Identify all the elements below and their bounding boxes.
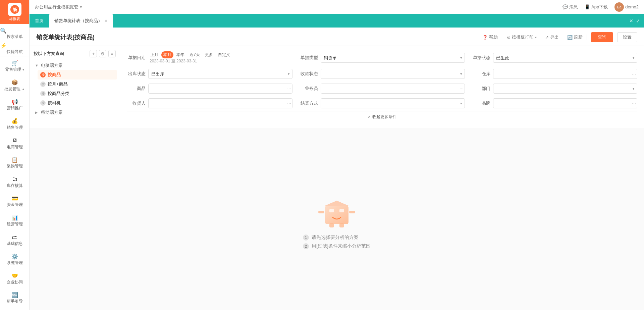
topbar: 办公用品行业模拟账套 ▾ 💬 消息 📱 App下载 Ea demo2: [30, 0, 644, 14]
sidebar-item-apps[interactable]: 🔲 应用中心: [0, 308, 29, 310]
tree-child-by-category[interactable]: 按 按商品分类: [38, 89, 117, 98]
filter-payment-status-select[interactable]: [321, 69, 465, 79]
tree-desktop[interactable]: ▼ 电脑端方案: [32, 61, 117, 70]
inventory-icon: 🗂: [11, 176, 18, 183]
operations-icon: 📊: [11, 214, 18, 221]
collapse-panel-button[interactable]: «: [108, 50, 116, 57]
date-tag-more[interactable]: 更多: [203, 51, 215, 58]
tab-home[interactable]: 首页: [30, 14, 49, 28]
filter-payment-method-select[interactable]: [321, 98, 465, 108]
filter-department-select[interactable]: [493, 84, 637, 94]
filter-recipient-field: 收货人 ···: [127, 98, 292, 108]
filter-date-label: 单据日期: [127, 55, 146, 61]
warehouse-dots-icon[interactable]: ···: [632, 71, 636, 76]
tab-close-icon[interactable]: ✕: [104, 18, 108, 23]
procurement-icon: 📋: [11, 156, 18, 163]
topbar-dropdown-icon[interactable]: ▾: [80, 4, 82, 9]
tree-child-by-driver[interactable]: 按 按司机: [38, 98, 117, 108]
filter-warehouse-status-select[interactable]: 已出库: [148, 69, 292, 79]
filter-left-title: 按以下方案查询: [34, 51, 64, 57]
sidebar-item-inventory[interactable]: 🗂 库存核算: [0, 172, 29, 192]
refresh-button[interactable]: 🔄 刷新: [567, 34, 583, 40]
settings-scheme-button[interactable]: ⚙: [99, 50, 106, 57]
sidebar-item-procurement[interactable]: 📋 采购管理: [0, 153, 29, 172]
help-button[interactable]: ❓ 帮助: [482, 34, 498, 40]
sidebar-item-system[interactable]: ⚙️ 系统管理: [0, 250, 29, 269]
product-dots-icon[interactable]: ···: [287, 86, 291, 91]
topbar-message[interactable]: 💬 消息: [562, 4, 578, 10]
date-tag-this-month[interactable]: 本月: [161, 51, 173, 58]
tab-sales-stats[interactable]: 销货单统计表（按商品） ✕: [49, 14, 113, 28]
app-download-label: App下载: [591, 4, 608, 10]
tree-mobile[interactable]: ▶ 移动端方案: [32, 108, 117, 117]
sidebar-item-basics[interactable]: 🗃 基础信息: [0, 230, 29, 250]
tree-child-by-product-label: 按商品: [48, 72, 61, 78]
filter-brand-control: ···: [493, 98, 637, 108]
sidebar-item-ecommerce[interactable]: 🖥 电商管理: [0, 134, 29, 153]
empty-illustration: [317, 189, 357, 229]
page-header: 销货单统计表(按商品) ❓ 帮助 🖨 按模板打印 ▾ ↗ 导出: [30, 28, 644, 46]
filter-brand-label: 品牌: [472, 100, 490, 106]
help-label: 帮助: [489, 34, 498, 40]
filter-payment-status-control: [321, 69, 465, 79]
sidebar-quick-nav-label: 快捷导航: [0, 49, 29, 55]
divider-3: [563, 35, 563, 40]
content-area: 销货单统计表(按商品) ❓ 帮助 🖨 按模板打印 ▾ ↗ 导出: [30, 28, 644, 310]
export-icon: ↗: [545, 35, 549, 40]
help-icon: ❓: [482, 35, 488, 40]
filter-doc-status-select[interactable]: 已生效: [493, 53, 637, 63]
logo-area[interactable]: 畅 标报表: [0, 0, 29, 24]
add-scheme-button[interactable]: ＋: [90, 50, 97, 57]
svg-rect-2: [325, 206, 348, 224]
filter-brand-input[interactable]: [493, 98, 637, 108]
tree-child-by-month-product[interactable]: 按 按月+商品: [38, 80, 117, 89]
filter-payment-status-label: 收款状态: [299, 71, 318, 77]
filter-doc-type-select[interactable]: 销货单: [321, 53, 465, 63]
topbar-app-download[interactable]: 📱 App下载: [585, 4, 608, 10]
filter-warehouse-status-field: 出库状态 已出库: [127, 69, 292, 79]
tab-close-window-icon[interactable]: ✕: [629, 18, 633, 23]
salesperson-dots-icon[interactable]: ···: [460, 86, 464, 91]
brand-dots-icon[interactable]: ···: [632, 101, 636, 106]
print-button[interactable]: 🖨 按模板打印 ▾: [506, 34, 537, 40]
sidebar-item-marketing[interactable]: 📢 营销推广: [0, 95, 29, 114]
search-icon: 🔍: [0, 27, 7, 34]
sidebar-item-sales[interactable]: 💰 销售管理: [0, 114, 29, 134]
sidebar-item-retail[interactable]: 🛒 零售管理 ▾: [0, 56, 29, 76]
sidebar-item-wholesale[interactable]: 📦 批发管理 ▲: [0, 76, 29, 95]
date-tag-last-month[interactable]: 上月: [148, 51, 160, 58]
filter-brand-field: 品牌 ···: [472, 98, 637, 108]
filter-recipient-input[interactable]: [148, 98, 292, 108]
sidebar-search[interactable]: 🔍 搜索菜单: [0, 24, 29, 41]
filter-payment-method-control: [321, 98, 465, 108]
tree-child-by-product[interactable]: 按 按商品: [38, 70, 117, 80]
sidebar-item-finance[interactable]: 💳 资金管理: [0, 192, 29, 211]
tab-expand-icon[interactable]: ⤢: [636, 18, 640, 23]
topbar-title: 办公用品行业模拟账套 ▾: [35, 4, 82, 10]
logo-icon: 畅: [8, 3, 21, 16]
filter-product-control: ···: [148, 84, 292, 94]
recipient-dots-icon[interactable]: ···: [287, 101, 291, 106]
print-dropdown-icon: ▾: [535, 36, 537, 39]
filter-doc-status-field: 单据状态 已生效: [472, 51, 637, 64]
sidebar-quick-nav[interactable]: ⚡ 快捷导航: [0, 41, 29, 56]
date-tag-this-year[interactable]: 本年: [174, 51, 186, 58]
date-tag-7days[interactable]: 近7天: [187, 51, 202, 58]
sidebar-item-enterprise[interactable]: 🤝 企业协同: [0, 269, 29, 289]
page-actions: ❓ 帮助 🖨 按模板打印 ▾ ↗ 导出 🔄 刷新: [482, 32, 637, 42]
sidebar-item-operations[interactable]: 📊 经营管理: [0, 211, 29, 230]
filter-product-input[interactable]: [148, 84, 292, 94]
topbar-user[interactable]: Ea demo2: [614, 2, 639, 12]
query-button[interactable]: 查询: [591, 32, 613, 42]
filter-salesperson-input[interactable]: [321, 84, 465, 94]
print-icon: 🖨: [506, 35, 511, 40]
filter-left-header: 按以下方案查询 ＋ ⚙ «: [32, 50, 117, 57]
date-tag-custom[interactable]: 自定义: [216, 51, 232, 58]
sidebar-item-guide[interactable]: 🆕 新手引导: [0, 288, 29, 308]
filter-department-field: 部门: [472, 84, 637, 94]
collapse-bar[interactable]: ∧ 收起更多条件: [127, 111, 637, 122]
export-button[interactable]: ↗ 导出: [545, 34, 559, 40]
scheme-icon-gray-3: 按: [40, 100, 46, 106]
filter-warehouse-input[interactable]: [493, 69, 637, 79]
settings-button[interactable]: 设置: [617, 32, 637, 42]
